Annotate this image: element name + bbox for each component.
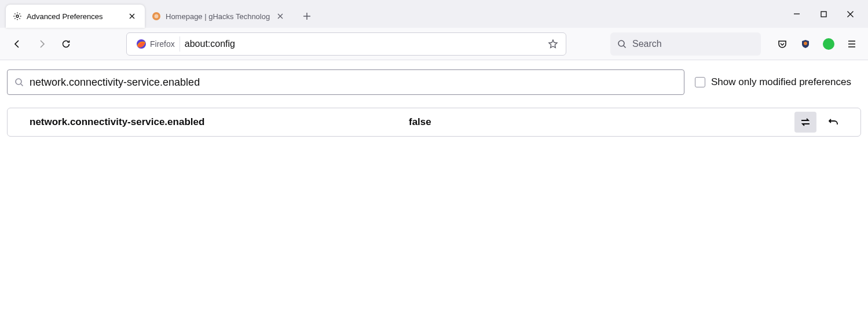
tab-title: Homepage | gHacks Technolog — [166, 12, 270, 21]
new-tab-button[interactable] — [298, 7, 316, 25]
back-button[interactable] — [7, 34, 28, 54]
toggle-button[interactable] — [794, 112, 816, 133]
search-icon — [617, 39, 627, 49]
preference-row[interactable]: network.connectivity-service.enabled fal… — [8, 108, 860, 136]
profile-avatar-icon — [823, 38, 834, 50]
forward-button[interactable] — [31, 34, 52, 54]
preference-search-box[interactable] — [7, 69, 684, 95]
profile-button[interactable] — [819, 35, 838, 53]
search-bar[interactable]: Search — [610, 32, 761, 56]
preference-search-input[interactable] — [30, 76, 677, 89]
tab-advanced-preferences[interactable]: Advanced Preferences — [6, 5, 145, 28]
preference-table: network.connectivity-service.enabled fal… — [7, 108, 861, 137]
search-placeholder: Search — [632, 39, 662, 49]
svg-point-5 — [618, 41, 624, 46]
toolbar-actions — [773, 35, 861, 53]
tab-close-button[interactable] — [126, 10, 138, 22]
search-icon — [14, 78, 24, 87]
identity-box[interactable]: Firefox — [131, 36, 180, 52]
site-favicon — [152, 12, 161, 21]
svg-point-0 — [16, 15, 19, 17]
preference-actions — [794, 112, 844, 133]
pocket-button[interactable] — [773, 35, 792, 53]
window-controls — [783, 0, 863, 28]
svg-point-2 — [155, 14, 159, 19]
tab-bar: Advanced Preferences Homepage | gHacks T… — [0, 0, 868, 28]
modified-label: Show only modified preferences — [711, 76, 851, 88]
svg-point-7 — [16, 79, 21, 85]
identity-label: Firefox — [150, 39, 175, 49]
preference-name: network.connectivity-service.enabled — [30, 116, 409, 128]
navigation-toolbar: Firefox about:config Search — [0, 28, 868, 60]
svg-point-6 — [804, 42, 807, 45]
url-bar[interactable]: Firefox about:config — [126, 32, 566, 56]
tab-ghacks[interactable]: Homepage | gHacks Technolog — [145, 5, 293, 28]
search-row: Show only modified preferences — [7, 69, 861, 95]
reload-button[interactable] — [56, 34, 76, 54]
about-config-content: Show only modified preferences network.c… — [0, 60, 868, 146]
modified-checkbox[interactable] — [695, 77, 705, 87]
svg-rect-3 — [821, 12, 826, 17]
tab-close-button[interactable] — [274, 10, 286, 22]
app-menu-button[interactable] — [843, 35, 861, 53]
firefox-icon — [136, 39, 147, 49]
url-text: about:config — [185, 39, 540, 49]
window-maximize-button[interactable] — [810, 2, 837, 25]
reset-button[interactable] — [822, 112, 844, 133]
tab-title: Advanced Preferences — [27, 12, 122, 21]
preference-value: false — [409, 116, 794, 128]
window-close-button[interactable] — [837, 2, 863, 25]
window-minimize-button[interactable] — [783, 2, 810, 25]
modified-filter[interactable]: Show only modified preferences — [695, 76, 851, 88]
extension-shield-icon[interactable] — [796, 35, 815, 53]
bookmark-star-button[interactable] — [545, 36, 561, 52]
gear-icon — [13, 12, 22, 21]
